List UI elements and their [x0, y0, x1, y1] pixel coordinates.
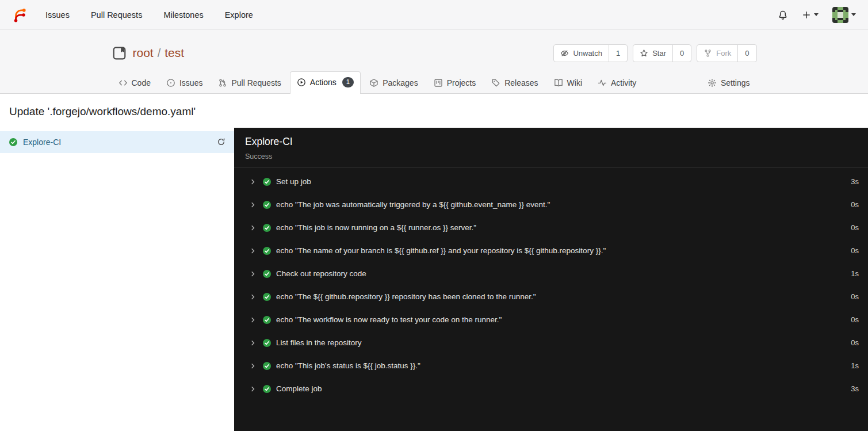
check-circle-icon — [262, 361, 272, 371]
notifications-button[interactable] — [778, 10, 788, 20]
nav-item-issues[interactable]: Issues — [45, 10, 70, 20]
top-navbar: Issues Pull Requests Milestones Explore — [0, 0, 868, 30]
step-row[interactable]: echo "The workflow is now ready to test … — [234, 308, 868, 331]
step-name: echo "The ${{ github.repository }} repos… — [276, 292, 843, 301]
tab-wiki[interactable]: Wiki — [547, 73, 589, 93]
unwatch-button[interactable]: Unwatch — [554, 45, 609, 62]
navbar-right — [778, 7, 856, 23]
step-name: List files in the repository — [276, 338, 843, 347]
chevron-right-icon[interactable] — [250, 363, 259, 369]
nav-item-milestones[interactable]: Milestones — [163, 10, 203, 20]
tab-issues[interactable]: Issues — [159, 73, 209, 93]
run-title: Update '.forgejo/workflows/demo.yaml' — [0, 94, 868, 128]
step-row[interactable]: Check out repository code 1s — [234, 262, 868, 285]
create-new-button[interactable] — [802, 10, 819, 20]
tab-activity[interactable]: Activity — [591, 73, 643, 93]
eye-slash-icon — [560, 49, 569, 58]
tab-label: Activity — [611, 78, 636, 87]
book-icon — [554, 78, 563, 87]
tab-packages[interactable]: Packages — [362, 73, 425, 93]
step-row[interactable]: List files in the repository 0s — [234, 331, 868, 354]
tab-label: Wiki — [567, 78, 582, 87]
repo-owner-link[interactable]: root — [133, 46, 154, 60]
refresh-icon[interactable] — [217, 138, 225, 146]
step-name: Complete job — [276, 384, 843, 393]
tab-projects[interactable]: Projects — [427, 73, 483, 93]
navbar-links: Issues Pull Requests Milestones Explore — [45, 10, 253, 20]
tab-pull-requests[interactable]: Pull Requests — [211, 73, 288, 93]
project-icon — [434, 78, 443, 87]
repo-header: root / test Unwa — [0, 30, 868, 94]
tab-code[interactable]: Code — [112, 73, 158, 93]
nav-item-explore[interactable]: Explore — [225, 10, 253, 20]
repo-actions: Unwatch 1 Star 0 — [553, 44, 756, 62]
forks-count[interactable]: 0 — [737, 45, 756, 62]
tab-label: Issues — [179, 78, 202, 87]
git-pull-request-icon — [218, 78, 227, 87]
fork-button[interactable]: Fork — [697, 45, 737, 62]
step-duration: 0s — [851, 200, 859, 209]
fork-button-group: Fork 0 — [697, 44, 756, 62]
star-button-group: Star 0 — [633, 44, 691, 62]
tag-icon — [491, 78, 500, 87]
repo-icon — [112, 45, 127, 61]
forgejo-logo[interactable] — [12, 7, 27, 22]
step-name: echo "This job's status is ${{ job.statu… — [276, 361, 843, 370]
tab-label: Projects — [447, 78, 476, 87]
plus-icon — [802, 10, 811, 20]
star-button[interactable]: Star — [633, 45, 672, 62]
chevron-right-icon[interactable] — [250, 386, 259, 392]
log-job-title: Explore-CI — [245, 136, 857, 148]
chevron-right-icon[interactable] — [250, 201, 259, 208]
steps-list: Set up job 3s echo "The job was automati… — [234, 168, 868, 401]
chevron-right-icon[interactable] — [250, 270, 259, 277]
chevron-right-icon[interactable] — [250, 247, 259, 254]
check-circle-icon — [262, 200, 272, 209]
step-row[interactable]: echo "The name of your branch is ${{ git… — [234, 239, 868, 262]
job-name: Explore-CI — [23, 138, 212, 147]
step-duration: 3s — [851, 384, 859, 393]
tab-settings[interactable]: Settings — [701, 73, 757, 93]
star-icon — [640, 49, 648, 58]
code-icon — [118, 78, 128, 87]
step-row[interactable]: echo "This job's status is ${{ job.statu… — [234, 354, 868, 377]
stars-count[interactable]: 0 — [672, 45, 691, 62]
check-circle-icon — [262, 292, 272, 302]
step-row[interactable]: Complete job 3s — [234, 377, 868, 401]
run-view: Explore-CI Explore-CI Success Set up job… — [0, 128, 868, 431]
step-row[interactable]: Set up job 3s — [234, 170, 868, 193]
chevron-right-icon[interactable] — [250, 293, 259, 300]
tab-releases[interactable]: Releases — [484, 73, 545, 93]
tab-label: Pull Requests — [231, 78, 281, 87]
step-duration: 0s — [851, 223, 859, 232]
job-item-explore-ci[interactable]: Explore-CI — [0, 131, 234, 153]
jobs-sidebar: Explore-CI — [0, 128, 234, 431]
issue-opened-icon — [166, 78, 175, 87]
check-circle-icon — [262, 338, 272, 348]
fork-icon — [703, 49, 712, 58]
user-menu-button[interactable] — [832, 7, 856, 23]
chevron-right-icon[interactable] — [250, 178, 259, 185]
chevron-right-icon[interactable] — [250, 224, 259, 231]
step-duration: 0s — [851, 246, 859, 255]
check-circle-icon — [9, 138, 18, 147]
nav-item-pull-requests[interactable]: Pull Requests — [91, 10, 142, 20]
tab-actions[interactable]: Actions 1 — [290, 71, 361, 94]
repo-title-row: root / test Unwa — [112, 40, 757, 66]
step-name: echo "This job is now running on a ${{ r… — [276, 223, 843, 232]
repo-name-link[interactable]: test — [165, 46, 184, 60]
chevron-right-icon[interactable] — [250, 340, 259, 346]
step-name: echo "The workflow is now ready to test … — [276, 315, 843, 324]
log-panel: Explore-CI Success Set up job 3s echo "T… — [234, 128, 868, 431]
watchers-count[interactable]: 1 — [609, 45, 627, 62]
chevron-right-icon[interactable] — [250, 316, 259, 323]
log-header: Explore-CI Success — [234, 128, 868, 168]
step-row[interactable]: echo "This job is now running on a ${{ r… — [234, 216, 868, 239]
app-root: Issues Pull Requests Milestones Explore — [0, 0, 868, 431]
play-circle-icon — [297, 78, 306, 87]
step-row[interactable]: echo "The ${{ github.repository }} repos… — [234, 285, 868, 308]
repo-tabs: Code Issues Pull Requests — [112, 71, 757, 93]
step-duration: 1s — [851, 269, 859, 278]
check-circle-icon — [262, 223, 272, 232]
step-row[interactable]: echo "The job was automatically triggere… — [234, 193, 868, 216]
